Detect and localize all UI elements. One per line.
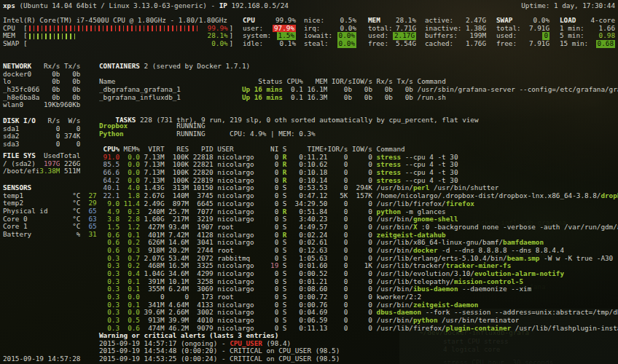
process-col-time: TIME+ <box>291 146 327 154</box>
proc-virt: 1.60G <box>140 215 165 223</box>
proc-iow: 0 <box>348 255 372 263</box>
proc-res: 217M <box>165 215 189 223</box>
process-row: 0.30.1355M6.24M3069nicolargo0S0:08.6000/… <box>99 285 618 293</box>
proc-iow: 0 <box>348 208 372 216</box>
process-row: 64.20.07.13M100K22819nicolargo0R0:10.140… <box>99 177 618 185</box>
network-row: _h35fc0660b0b <box>3 86 80 94</box>
process-header: CPU%MEM%VIRTRESPIDUSERNISTIME+IOR/sIOW/s… <box>99 146 618 154</box>
proc-nice: 19 <box>262 262 278 270</box>
proc-cpu: 91.0 <box>99 154 120 162</box>
proc-cpu: 0.3 <box>99 270 120 278</box>
proc-state: S <box>278 262 291 270</box>
command-args: --cpu 4 -t 30 <box>401 161 458 168</box>
proc-nice: 0 <box>262 285 278 293</box>
proc-pid: 22818 <box>189 154 214 162</box>
proc-res: 313M <box>165 184 189 192</box>
proc-state: S <box>278 293 291 301</box>
command-name: zeitgeist-datahub <box>377 232 446 239</box>
proc-command: /usr/bin/ibus-daemon --daemonize --xim <box>372 285 531 293</box>
proc-mem: 4.0 <box>120 184 140 192</box>
proc-nice: 0 <box>262 161 278 169</box>
proc-virt: 2.49G <box>140 200 165 208</box>
mountpoint: /boot/efi <box>3 167 39 175</box>
container-tx: 0b <box>393 94 413 102</box>
proc-iow: 0 <box>348 301 372 309</box>
proc-command: /usr/lib/firefox/firefox <box>372 200 474 208</box>
proc-ior: 0 <box>327 270 348 278</box>
stat-row: 15 min:0.68 <box>560 40 615 48</box>
proc-state: S <box>278 270 291 278</box>
proc-ior: 0 <box>327 293 348 301</box>
network-col-tx: Tx/s <box>60 63 80 71</box>
network-name: docker0 <box>3 71 39 79</box>
diskio-row: sda300 <box>3 141 80 149</box>
proc-iow: 0 <box>348 154 372 162</box>
fs-used: 3.38M <box>39 167 60 175</box>
container-mem: 16.3M <box>303 94 328 102</box>
proc-state: S <box>278 184 291 192</box>
command-args: --daemonize --xim <box>458 285 531 293</box>
bar-ticks <box>29 33 77 39</box>
containers-col-cpu: CPU% <box>283 78 303 86</box>
proc-virt: 401M <box>140 232 165 240</box>
proc-time: 0:06.59 <box>291 317 327 325</box>
sensor-value: 31 <box>80 231 96 239</box>
proc-res: 16.5M <box>165 262 189 270</box>
proc-pid: 7077 <box>189 208 214 216</box>
sensor-value: 63 <box>80 215 96 223</box>
stat-label: free: <box>368 40 388 48</box>
proc-iow: 0 <box>348 278 372 286</box>
proc-time: 0:00.52 <box>291 270 327 278</box>
network-tx: 960Kb <box>60 101 80 109</box>
proc-time: 0:02.61 <box>291 239 327 247</box>
command-name: firefox <box>446 200 474 207</box>
proc-res: 6.24M <box>165 285 189 293</box>
proc-state: S <box>278 215 291 223</box>
proc-mem: 0.5 <box>120 317 140 325</box>
proc-nice: 0 <box>262 169 278 177</box>
process-row: 0.60.2626M14.6M3041nicolargo0S0:02.6100/… <box>99 239 618 247</box>
process-row: 0.30.1391M10.1M3258nicolargo0S0:01.2100/… <box>99 278 618 286</box>
sensor-value: 27 <box>80 192 96 200</box>
process-col-virt: VIRT <box>140 146 165 154</box>
amps-panel: DropboxRUNNINGPythonRUNNINGCPU: 4.9% | M… <box>99 122 316 138</box>
container-mem: 16.1M <box>303 86 328 94</box>
command-name: plugin-container <box>446 325 512 332</box>
proc-cpu: 9.0 <box>99 200 120 208</box>
process-row: 91.00.07.13M100K22818nicolargo0R0:11.210… <box>99 154 618 162</box>
bar-ticks <box>29 25 200 31</box>
proc-pid: 22819 <box>189 177 214 185</box>
filesys-row: /boot/efi3.38M511M <box>3 167 80 175</box>
proc-iow: 0 <box>348 247 372 255</box>
containers-col-iors: IOR/s <box>327 78 352 86</box>
container-command: /run.sh <box>413 94 446 102</box>
proc-pid: 6645 <box>189 200 214 208</box>
network-tx: 0b <box>60 86 80 94</box>
proc-user: nicolargo <box>214 177 262 185</box>
proc-nice: 0 <box>262 309 278 317</box>
process-row: 0.60.1401M7.42M4128nicolargo0R0:02.2400z… <box>99 232 618 240</box>
proc-user: nicolargo <box>214 215 262 223</box>
command-name: python <box>413 317 438 324</box>
proc-command: stress --cpu 4 -t 30 <box>372 169 458 177</box>
amp-status: RUNNING <box>176 122 230 130</box>
diskio-row: sda20374K <box>3 132 80 141</box>
process-row: 3.82.81.60G217M3219nicolargo0S3:40.2300/… <box>99 215 618 223</box>
proc-nice: 0 <box>262 301 278 309</box>
sensor-row: Physical id°C65 <box>3 207 97 215</box>
proc-command: /usr/bin/zeitgeist-daemon <box>372 301 479 309</box>
process-row: 9.011.42.49G897M6645nicolargo0S34:29.500… <box>99 200 618 208</box>
network-rx: 0b <box>39 86 60 94</box>
command-name: evolution-alarm-notify <box>474 270 564 277</box>
stat-value: 5.54G <box>396 40 416 48</box>
proc-iow: 0 <box>348 270 372 278</box>
bar-close-bracket: ] <box>230 31 234 39</box>
proc-iow: 0 <box>348 309 372 317</box>
stat-value: 0.1% <box>280 40 296 48</box>
stat-group-2: MEM28.1%total:7.71Gused:2.17Gfree:5.54G <box>368 17 416 48</box>
process-row: 0.60.3918M20.2M2744root0S0:12.6300/usr/b… <box>99 247 618 255</box>
glances-terminal[interactable]: xps (Ubuntu 14.04 64bit / Linux 3.13.0-6… <box>0 0 618 364</box>
proc-cpu: 3.8 <box>99 215 120 223</box>
proc-pid: 2072 <box>189 255 214 263</box>
proc-time: 34:29.50 <box>291 200 327 208</box>
